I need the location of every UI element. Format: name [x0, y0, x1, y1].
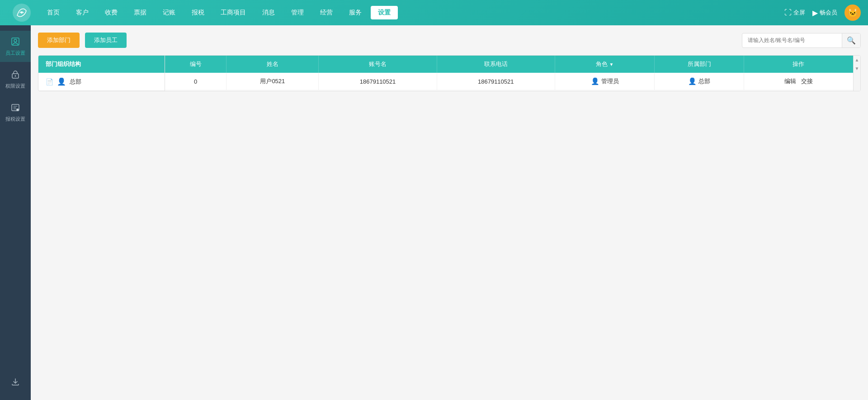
sidebar-item-tax[interactable]: 报税设置: [0, 97, 31, 128]
svg-point-4: [15, 75, 16, 77]
vip-button[interactable]: ▶ 畅会员: [812, 9, 837, 17]
search-button[interactable]: 🔍: [842, 33, 860, 47]
content-area: 添加部门 添加员工 🔍 部门组织结构 📄 👤 总部: [31, 25, 868, 400]
nav-item-工商项目[interactable]: 工商项目: [213, 6, 253, 19]
role-icon: 👤: [591, 77, 599, 85]
nav-item-消息[interactable]: 消息: [255, 6, 282, 19]
permission-icon: [10, 69, 21, 80]
add-dept-button[interactable]: 添加部门: [38, 33, 80, 48]
nav-item-收费[interactable]: 收费: [98, 6, 125, 19]
table-cell-0-6[interactable]: 编辑 交接: [744, 73, 853, 90]
nav-item-管理[interactable]: 管理: [284, 6, 311, 19]
content-columns: 部门组织结构 📄 👤 总部 编号姓名账号名联系电话角色 ▼所属部门操作 0用户0…: [38, 55, 861, 91]
action-交接[interactable]: 交接: [801, 78, 813, 85]
table-cell-0-4: 👤管理员: [555, 73, 655, 90]
fullscreen-label: 全屏: [793, 9, 805, 17]
svg-point-0: [21, 12, 23, 14]
employee-icon: [10, 36, 21, 47]
nav-item-记账[interactable]: 记账: [156, 6, 183, 19]
action-bar: 添加部门 添加员工 🔍: [38, 33, 861, 48]
svg-point-2: [14, 39, 17, 42]
left-sidebar: 员工设置 权限设置 报税设置: [0, 25, 31, 400]
fullscreen-icon: ⛶: [784, 9, 792, 17]
nav-item-经营[interactable]: 经营: [313, 6, 340, 19]
table-cell-0-0: 0: [165, 73, 226, 90]
download-icon: [10, 376, 21, 387]
permission-label: 权限设置: [5, 83, 25, 89]
col-header-1: 姓名: [226, 56, 319, 73]
tree-panel: 部门组织结构 📄 👤 总部: [38, 56, 165, 91]
employee-label: 员工设置: [5, 50, 25, 56]
vip-label: 畅会员: [820, 9, 837, 17]
tax-label: 报税设置: [5, 116, 25, 122]
table-cell-0-1: 用户0521: [226, 73, 319, 90]
col-header-3: 联系电话: [437, 56, 555, 73]
scroll-up[interactable]: ▲: [853, 56, 861, 64]
main-layout: 员工设置 权限设置 报税设置: [0, 25, 868, 400]
search-box: 🔍: [742, 33, 861, 48]
nav-menu: 首页客户收费票据记账报税工商项目消息管理经营服务设置: [40, 6, 784, 19]
nav-item-首页[interactable]: 首页: [40, 6, 67, 19]
action-编辑[interactable]: 编辑: [784, 78, 796, 85]
scroll-down[interactable]: ▼: [853, 64, 861, 73]
col-header-6: 操作: [744, 56, 853, 73]
table-cell-0-2: 18679110521: [319, 73, 437, 90]
tree-user-icon: 👤: [57, 77, 66, 86]
table-panel: 编号姓名账号名联系电话角色 ▼所属部门操作 0用户052118679110521…: [165, 56, 853, 91]
nav-item-报税[interactable]: 报税: [184, 6, 212, 19]
employee-table: 编号姓名账号名联系电话角色 ▼所属部门操作 0用户052118679110521…: [165, 56, 853, 90]
nav-item-票据[interactable]: 票据: [127, 6, 154, 19]
add-employee-button[interactable]: 添加员工: [85, 33, 127, 48]
col-header-0: 编号: [165, 56, 226, 73]
vip-icon: ▶: [812, 9, 818, 17]
top-navigation: 首页客户收费票据记账报税工商项目消息管理经营服务设置 ⛶ 全屏 ▶ 畅会员 🐱: [0, 0, 868, 25]
table-cell-0-3: 18679110521: [437, 73, 555, 90]
dept-icon: 👤: [688, 77, 697, 85]
sidebar-item-bottom[interactable]: [0, 371, 31, 393]
tree-item-general[interactable]: 📄 👤 总部: [38, 73, 165, 91]
logo-area: [7, 4, 36, 22]
tax-icon: [10, 102, 21, 113]
tree-header: 部门组织结构: [38, 56, 165, 73]
search-input[interactable]: [742, 34, 842, 46]
nav-item-服务[interactable]: 服务: [342, 6, 369, 19]
table-cell-0-5: 👤总部: [655, 73, 744, 90]
nav-item-客户[interactable]: 客户: [69, 6, 96, 19]
fullscreen-button[interactable]: ⛶ 全屏: [784, 9, 805, 17]
col-header-4: 角色 ▼: [555, 56, 655, 73]
nav-item-设置[interactable]: 设置: [371, 6, 398, 19]
folder-icon: 📄: [46, 78, 53, 85]
sidebar-bottom: [0, 371, 31, 400]
sidebar-item-permission[interactable]: 权限设置: [0, 64, 31, 95]
sidebar-item-employee[interactable]: 员工设置: [0, 31, 31, 62]
search-icon: 🔍: [847, 37, 856, 44]
col-header-2: 账号名: [319, 56, 437, 73]
nav-right: ⛶ 全屏 ▶ 畅会员 🐱: [784, 5, 861, 21]
tree-item-label: 总部: [70, 78, 81, 86]
col-header-5: 所属部门: [655, 56, 744, 73]
user-avatar[interactable]: 🐱: [844, 5, 861, 21]
app-logo: [13, 4, 31, 22]
table-row: 0用户05211867911052118679110521👤管理员👤总部编辑 交…: [165, 73, 853, 90]
scroll-stub: ▲ ▼: [853, 56, 860, 91]
